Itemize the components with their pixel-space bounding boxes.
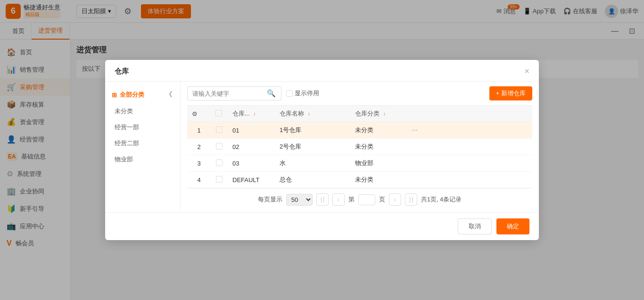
confirm-button[interactable]: 确定 (496, 218, 529, 234)
row-checkbox-2[interactable] (211, 139, 228, 155)
category-item-property[interactable]: 物业部 (105, 151, 180, 167)
row-name-1: 1号仓库 (275, 122, 350, 139)
row-code-4: DEFAULT (228, 172, 275, 188)
search-input[interactable] (188, 88, 263, 100)
row-actions-2[interactable] (407, 139, 532, 155)
category-all[interactable]: ⊞ 全部分类 《 (105, 86, 180, 103)
row-actions-4[interactable] (407, 172, 532, 188)
category-item-operations2[interactable]: 经营二部 (105, 135, 180, 151)
row-code-1: 01 (228, 122, 275, 139)
row-num: 4 (187, 172, 211, 188)
row-actions-1[interactable]: ··· (407, 122, 532, 139)
add-warehouse-button[interactable]: + 新增仓库 (489, 86, 532, 100)
row-checkbox-4[interactable] (211, 172, 228, 188)
pagination-bar: 每页显示 50 100 200 ⟨⟨ ‹ 第 1 页 › ⟩⟩ 共1页, 4条记… (187, 188, 532, 208)
table-panel: 🔍 显示停用 + 新增仓库 ⚙ (181, 82, 539, 212)
row-num: 1 (187, 122, 211, 139)
modal-body: ⊞ 全部分类 《 未分类 经营一部 经营二部 物业部 🔍 (105, 82, 539, 212)
th-check (211, 106, 228, 122)
select-all-checkbox[interactable] (215, 110, 222, 117)
category-item-unclassified[interactable]: 未分类 (105, 103, 180, 119)
row-category-1: 未分类 (350, 122, 407, 139)
table-header: ⚙ 仓库... ↕ 仓库名称 (187, 106, 532, 122)
th-actions (407, 106, 532, 122)
row-checkbox-1[interactable] (211, 122, 228, 139)
prev-page-button[interactable]: ‹ (332, 193, 345, 206)
first-page-button[interactable]: ⟨⟨ (316, 193, 329, 206)
warehouse-modal: 仓库 × ⊞ 全部分类 《 未分类 经营一部 经营二部 物业部 (105, 60, 539, 240)
page-number-input[interactable]: 1 (358, 194, 375, 205)
cancel-button[interactable]: 取消 (458, 218, 492, 234)
row-checkbox-3[interactable] (211, 155, 228, 172)
row-name-3: 水 (275, 155, 350, 172)
th-num: ⚙ (187, 106, 211, 122)
table-body: 1 01 1号仓库 未分类 ··· 2 02 2 (187, 122, 532, 188)
sort-cat-icon: ↕ (383, 111, 386, 117)
show-disabled-checkbox[interactable] (286, 90, 293, 97)
modal-title: 仓库 (115, 67, 129, 76)
search-icon[interactable]: 🔍 (263, 87, 280, 100)
show-disabled-wrap: 显示停用 (286, 89, 319, 98)
total-info: 共1页, 4条记录 (421, 195, 462, 204)
row-category-4: 未分类 (350, 172, 407, 188)
table-container: ⚙ 仓库... ↕ 仓库名称 (187, 105, 532, 188)
last-page-button[interactable]: ⟩⟩ (405, 193, 417, 206)
search-input-wrap: 🔍 (187, 86, 281, 100)
modal-overlay: 仓库 × ⊞ 全部分类 《 未分类 经营一部 经营二部 物业部 (0, 0, 644, 300)
row-actions-3[interactable] (407, 155, 532, 172)
modal-header: 仓库 × (105, 60, 539, 82)
row-code-2: 02 (228, 139, 275, 155)
sort-code-icon: ↕ (253, 111, 256, 117)
category-item-operations1[interactable]: 经营一部 (105, 119, 180, 135)
table-toolbar: 🔍 显示停用 + 新增仓库 (187, 86, 532, 100)
th-name[interactable]: 仓库名称 ↕ (275, 106, 350, 122)
sort-name-icon: ↕ (308, 111, 310, 117)
th-category[interactable]: 仓库分类 ↕ (350, 106, 407, 122)
table-row[interactable]: 3 03 水 物业部 (187, 155, 532, 172)
table-row[interactable]: 2 02 2号仓库 未分类 (187, 139, 532, 155)
table-row[interactable]: 4 DEFAULT 总仓 未分类 (187, 172, 532, 188)
row-code-3: 03 (228, 155, 275, 172)
warehouse-table: ⚙ 仓库... ↕ 仓库名称 (187, 105, 532, 188)
modal-close-button[interactable]: × (524, 67, 529, 76)
row-name-2: 2号仓库 (275, 139, 350, 155)
row-num: 2 (187, 139, 211, 155)
table-row[interactable]: 1 01 1号仓库 未分类 ··· (187, 122, 532, 139)
collapse-button[interactable]: 《 (164, 90, 173, 100)
row-name-4: 总仓 (275, 172, 350, 188)
row-category-3: 物业部 (350, 155, 407, 172)
page-size-select[interactable]: 50 100 200 (286, 194, 313, 206)
th-code[interactable]: 仓库... ↕ (228, 106, 275, 122)
row-num: 3 (187, 155, 211, 172)
next-page-button[interactable]: › (389, 193, 401, 206)
row-category-2: 未分类 (350, 139, 407, 155)
modal-footer: 取消 确定 (105, 212, 539, 240)
category-panel: ⊞ 全部分类 《 未分类 经营一部 经营二部 物业部 (105, 82, 181, 212)
